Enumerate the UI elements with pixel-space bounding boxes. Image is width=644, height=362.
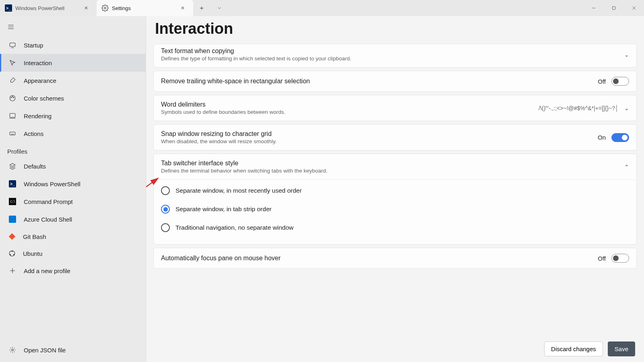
setting-remove-trailing[interactable]: Remove trailing white-space in rectangul… bbox=[153, 71, 637, 92]
radio-label: Traditional navigation, no separate wind… bbox=[175, 224, 293, 231]
setting-text-format[interactable]: Text format when copying Defines the typ… bbox=[153, 44, 637, 68]
setting-description: Defines the terminal behavior when switc… bbox=[161, 168, 619, 174]
sidebar-item-label: Actions bbox=[24, 130, 43, 137]
sidebar-item-ubuntu[interactable]: Ubuntu bbox=[0, 245, 146, 262]
svg-point-0 bbox=[104, 7, 106, 9]
startup-icon bbox=[8, 41, 17, 49]
radio-option-strip-order[interactable]: Separate window, in tab strip order bbox=[161, 200, 629, 218]
setting-auto-focus[interactable]: Automatically focus pane on mouse hover … bbox=[153, 248, 637, 269]
setting-value: /\()"'-.,:;<>~!@#$%^&*|+=[]{}~?│ bbox=[539, 105, 619, 111]
minimize-button[interactable] bbox=[584, 0, 604, 16]
toggle-state: On bbox=[598, 134, 606, 141]
content: Interaction Text format when copying Def… bbox=[146, 16, 644, 362]
powershell-icon: >_ bbox=[8, 180, 17, 188]
setting-header[interactable]: Tab switcher interface style Defines the… bbox=[154, 154, 636, 179]
save-button[interactable]: Save bbox=[608, 341, 635, 356]
sidebar-item-azure-cloud-shell[interactable]: Azure Cloud Shell bbox=[0, 210, 146, 228]
monitor-icon bbox=[8, 112, 17, 120]
setting-description: Symbols used to define boundaries betwee… bbox=[161, 109, 533, 115]
azure-icon bbox=[8, 215, 17, 223]
sidebar-item-label: Rendering bbox=[24, 113, 52, 119]
svg-rect-8 bbox=[10, 132, 15, 135]
sidebar-item-label: Ubuntu bbox=[23, 250, 42, 257]
svg-point-11 bbox=[10, 254, 11, 255]
radio-option-mru[interactable]: Separate window, in most recently used o… bbox=[161, 181, 629, 200]
sidebar-item-open-json[interactable]: Open JSON file bbox=[0, 341, 146, 359]
chevron-down-icon: ⌄ bbox=[624, 51, 629, 58]
sidebar-item-label: Appearance bbox=[24, 77, 56, 84]
close-window-button[interactable] bbox=[624, 0, 644, 16]
setting-title: Remove trailing white-space in rectangul… bbox=[161, 78, 592, 85]
footer: Discard changes Save bbox=[146, 336, 644, 362]
toggle-switch[interactable] bbox=[611, 77, 629, 86]
git-icon bbox=[8, 233, 16, 240]
chevron-down-icon: ⌄ bbox=[624, 105, 629, 111]
sidebar-item-label: Git Bash bbox=[23, 233, 46, 240]
profiles-heading: Profiles bbox=[0, 142, 146, 157]
svg-rect-1 bbox=[613, 7, 615, 10]
maximize-button[interactable] bbox=[604, 0, 624, 16]
setting-title: Word delimiters bbox=[161, 101, 533, 108]
svg-rect-7 bbox=[10, 113, 15, 117]
radio-label: Separate window, in most recently used o… bbox=[175, 187, 302, 194]
cmd-icon: C:\ bbox=[8, 197, 17, 206]
radio-label: Separate window, in tab strip order bbox=[175, 206, 272, 213]
setting-description: When disabled, the window will resize sm… bbox=[161, 138, 592, 144]
gear-icon bbox=[8, 346, 17, 354]
keyboard-icon bbox=[8, 130, 17, 138]
svg-point-13 bbox=[12, 349, 14, 351]
close-icon[interactable]: ✕ bbox=[80, 2, 92, 14]
new-tab-button[interactable]: ＋ bbox=[193, 0, 210, 16]
tab-title: Settings bbox=[112, 5, 174, 11]
layers-icon bbox=[8, 162, 17, 170]
sidebar-item-label: Add a new profile bbox=[24, 267, 70, 274]
sidebar-item-label: Command Prompt bbox=[24, 198, 73, 205]
sidebar-item-actions[interactable]: Actions bbox=[0, 125, 146, 142]
palette-icon bbox=[8, 94, 17, 102]
powershell-icon: >_ bbox=[5, 4, 12, 12]
toggle-state: Off bbox=[598, 78, 606, 85]
radio-icon bbox=[161, 205, 170, 214]
close-icon[interactable]: ✕ bbox=[177, 2, 188, 14]
tab-dropdown-button[interactable] bbox=[210, 0, 229, 16]
sidebar-item-command-prompt[interactable]: C:\ Command Prompt bbox=[0, 193, 146, 210]
sidebar-item-add-profile[interactable]: Add a new profile bbox=[0, 262, 146, 280]
tab-settings[interactable]: Settings ✕ bbox=[97, 0, 193, 16]
sidebar-item-color-schemes[interactable]: Color schemes bbox=[0, 89, 146, 107]
setting-title: Snap window resizing to character grid bbox=[161, 130, 592, 138]
toggle-state: Off bbox=[598, 255, 606, 262]
brush-icon bbox=[8, 76, 17, 84]
sidebar-item-rendering[interactable]: Rendering bbox=[0, 107, 146, 125]
setting-description: Defines the type of formatting in which … bbox=[161, 56, 619, 62]
setting-snap-resize[interactable]: Snap window resizing to character grid W… bbox=[153, 124, 637, 150]
tab-title: Windows PowerShell bbox=[15, 5, 77, 11]
radio-icon bbox=[161, 186, 170, 195]
setting-title: Tab switcher interface style bbox=[161, 160, 619, 167]
sidebar: Startup Interaction Appearance Color sch… bbox=[0, 16, 146, 362]
hamburger-button[interactable] bbox=[0, 19, 146, 36]
sidebar-item-git-bash[interactable]: Git Bash bbox=[0, 228, 146, 245]
sidebar-item-startup[interactable]: Startup bbox=[0, 36, 146, 54]
sidebar-item-defaults[interactable]: Defaults bbox=[0, 157, 146, 175]
toggle-switch[interactable] bbox=[611, 133, 629, 142]
sidebar-item-windows-powershell[interactable]: >_ Windows PowerShell bbox=[0, 175, 146, 193]
discard-button[interactable]: Discard changes bbox=[544, 341, 603, 356]
toggle-switch[interactable] bbox=[611, 254, 629, 263]
setting-tab-switcher: Tab switcher interface style Defines the… bbox=[153, 154, 637, 245]
sidebar-item-label: Startup bbox=[24, 42, 43, 49]
sidebar-item-appearance[interactable]: Appearance bbox=[0, 72, 146, 89]
sidebar-item-interaction[interactable]: Interaction bbox=[0, 54, 146, 72]
cursor-icon bbox=[8, 59, 17, 67]
setting-title: Automatically focus pane on mouse hover bbox=[161, 255, 592, 262]
setting-word-delimiters[interactable]: Word delimiters Symbols used to define b… bbox=[153, 95, 637, 121]
page-title: Interaction bbox=[155, 20, 635, 37]
svg-point-6 bbox=[13, 97, 14, 98]
radio-icon bbox=[161, 223, 170, 232]
setting-title: Text format when copying bbox=[161, 47, 619, 55]
svg-rect-2 bbox=[10, 43, 15, 47]
gear-icon bbox=[101, 4, 109, 12]
tab-powershell[interactable]: >_ Windows PowerShell ✕ bbox=[0, 0, 97, 16]
chevron-up-icon: ⌃ bbox=[624, 164, 629, 170]
svg-point-4 bbox=[11, 97, 12, 98]
radio-option-traditional[interactable]: Traditional navigation, no separate wind… bbox=[161, 218, 629, 237]
